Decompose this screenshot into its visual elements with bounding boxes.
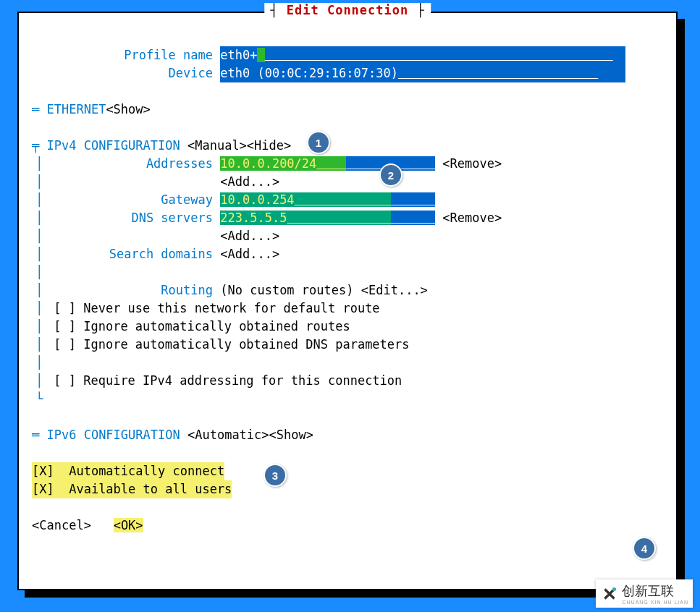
title-border-left: ┤ — [270, 3, 286, 17]
all-users-checkbox[interactable]: [X] Available to all users — [32, 480, 232, 498]
device-input[interactable]: eth0 (00:0C:29:16:07:30) — [220, 64, 625, 82]
edit-connection-window: ┤ Edit Connection ├ Profile name eth0+ D… — [17, 12, 678, 590]
ignore-routes-checkbox[interactable]: [ ] Ignore automatically obtained routes — [54, 318, 350, 336]
dns-remove-button[interactable]: <Remove> — [442, 209, 502, 227]
routing-value: (No custom routes) — [220, 281, 353, 299]
logo-text: 创新互联 — [622, 584, 674, 598]
ipv6-show-button[interactable]: <Show> — [269, 426, 313, 444]
watermark-logo: 创新互联 CHUANG XIN HU LIAN — [596, 579, 693, 608]
ethernet-show-button[interactable]: <Show> — [106, 101, 150, 119]
title-border-right: ├ — [408, 3, 424, 17]
routing-edit-button[interactable]: <Edit...> — [361, 281, 428, 299]
callout-3: 3 — [263, 464, 287, 487]
dns-add-button[interactable]: <Add...> — [220, 227, 279, 245]
address-input[interactable]: 10.0.0.200/24 — [220, 155, 435, 173]
window-title: ┤ Edit Connection ├ — [264, 3, 431, 17]
auto-connect-checkbox[interactable]: [X] Automatically connect — [32, 462, 224, 480]
addresses-label: Addresses — [46, 155, 213, 173]
gateway-input[interactable]: 10.0.0.254 — [220, 191, 435, 209]
ipv4-mode-select[interactable]: <Manual> — [187, 137, 247, 155]
gateway-label: Gateway — [46, 191, 213, 209]
callout-1: 1 — [307, 131, 330, 154]
title-text: Edit Connection — [287, 3, 409, 17]
ipv4-hide-button[interactable]: <Hide> — [247, 137, 291, 155]
profile-name-label: Profile name — [32, 46, 213, 64]
logo-icon — [600, 585, 619, 603]
cancel-button[interactable]: <Cancel> — [32, 518, 91, 532]
address-add-button[interactable]: <Add...> — [220, 173, 279, 191]
dns-label: DNS servers — [46, 209, 213, 227]
require-ipv4-checkbox[interactable]: [ ] Require IPv4 addressing for this con… — [54, 372, 402, 390]
ignore-dns-checkbox[interactable]: [ ] Ignore automatically obtained DNS pa… — [54, 336, 409, 354]
search-domains-add-button[interactable]: <Add...> — [220, 245, 279, 263]
logo-subtext: CHUANG XIN HU LIAN — [622, 600, 688, 605]
dns-input[interactable]: 223.5.5.5 — [220, 209, 435, 227]
ipv6-mode-select[interactable]: <Automatic> — [187, 426, 269, 444]
profile-name-input[interactable]: eth0+ — [220, 46, 625, 64]
device-label: Device — [32, 64, 213, 82]
address-remove-button[interactable]: <Remove> — [442, 155, 502, 173]
ok-button[interactable]: <OK> — [114, 518, 143, 532]
callout-4: 4 — [633, 537, 656, 560]
routing-label: Routing — [46, 281, 213, 299]
never-default-route-checkbox[interactable]: [ ] Never use this network for default r… — [54, 299, 379, 318]
svg-point-0 — [612, 587, 616, 590]
ipv4-section[interactable]: ╤ IPv4 CONFIGURATION — [32, 137, 180, 155]
callout-2: 2 — [379, 163, 402, 187]
ethernet-section[interactable]: ═ ETHERNET — [32, 101, 106, 119]
search-domains-label: Search domains — [46, 245, 213, 263]
ipv6-section[interactable]: ═ IPv6 CONFIGURATION — [32, 426, 180, 444]
